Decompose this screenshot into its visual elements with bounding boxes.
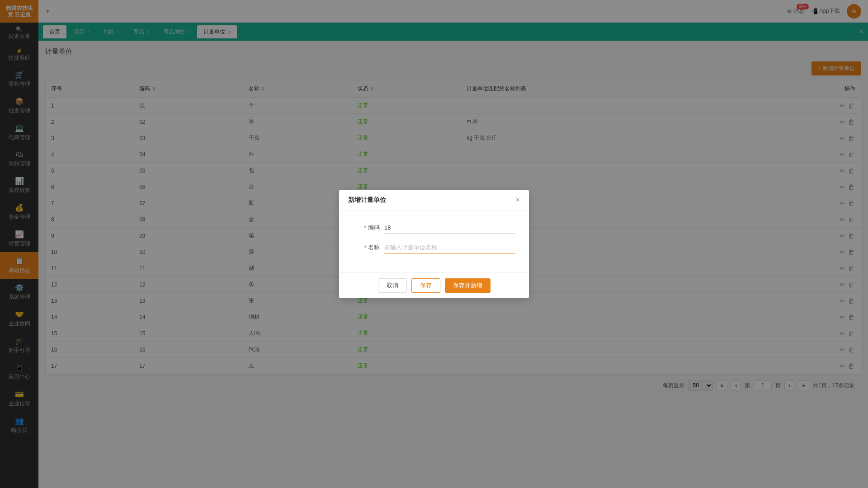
name-field-label: * 名称 — [353, 244, 380, 252]
modal-body: * 编码 * 名称 — [339, 211, 529, 272]
form-row-name: * 名称 — [353, 242, 515, 253]
code-field-label: * 编码 — [353, 224, 380, 232]
modal-footer: 取消 保存 保存并新增 — [339, 272, 529, 298]
form-row-code: * 编码 — [353, 222, 515, 234]
name-field[interactable] — [384, 242, 515, 253]
modal-title: 新增计量单位 — [348, 196, 386, 204]
add-measure-unit-modal: 新增计量单位 × * 编码 * 名称 取消 保存 保存并新增 — [339, 190, 529, 298]
save-button[interactable]: 保存 — [411, 278, 440, 293]
modal-close-button[interactable]: × — [516, 196, 520, 204]
modal-header: 新增计量单位 × — [339, 190, 529, 211]
save-and-add-button[interactable]: 保存并新增 — [445, 278, 491, 293]
code-field[interactable] — [384, 222, 515, 234]
modal-overlay: 新增计量单位 × * 编码 * 名称 取消 保存 保存并新增 — [0, 0, 868, 488]
cancel-button[interactable]: 取消 — [378, 278, 407, 293]
